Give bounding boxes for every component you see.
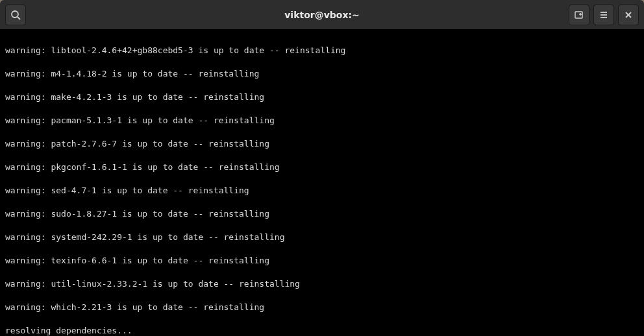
- warning-line: warning: make-4.2.1-3 is up to date -- r…: [5, 91, 639, 103]
- terminal-body[interactable]: warning: libtool-2.4.6+42+gb88cebd5-3 is…: [0, 29, 644, 336]
- warning-line: warning: sudo-1.8.27-1 is up to date -- …: [5, 208, 639, 220]
- warning-line: warning: sed-4.7-1 is up to date -- rein…: [5, 185, 639, 197]
- search-icon: [10, 10, 21, 20]
- titlebar-right-controls: [569, 5, 639, 25]
- window-title: viktor@vbox:~: [284, 10, 360, 20]
- warning-line: warning: patch-2.7.6-7 is up to date -- …: [5, 138, 639, 150]
- warning-line: warning: m4-1.4.18-2 is up to date -- re…: [5, 68, 639, 80]
- terminal-window: viktor@vbox:~: [0, 0, 644, 336]
- svg-rect-2: [575, 12, 582, 18]
- warning-line: warning: libtool-2.4.6+42+gb88cebd5-3 is…: [5, 45, 639, 56]
- hamburger-icon: [599, 10, 609, 20]
- close-icon: [623, 10, 634, 20]
- new-tab-button[interactable]: [569, 5, 589, 25]
- search-button[interactable]: [5, 5, 26, 25]
- warning-line: warning: pacman-5.1.3-1 is up to date --…: [5, 115, 639, 126]
- warning-line: warning: util-linux-2.33.2-1 is up to da…: [5, 278, 639, 290]
- titlebar-left-controls: [5, 5, 26, 25]
- menu-button[interactable]: [593, 5, 614, 25]
- new-tab-icon: [574, 10, 584, 20]
- titlebar: viktor@vbox:~: [0, 0, 644, 29]
- svg-point-0: [12, 11, 18, 18]
- close-button[interactable]: [618, 5, 639, 25]
- warning-line: warning: which-2.21-3 is up to date -- r…: [5, 302, 639, 313]
- warning-line: warning: systemd-242.29-1 is up to date …: [5, 232, 639, 243]
- resolving-deps: resolving dependencies...: [5, 325, 639, 336]
- warning-line: warning: pkgconf-1.6.1-1 is up to date -…: [5, 162, 639, 173]
- warning-line: warning: texinfo-6.6-1 is up to date -- …: [5, 255, 639, 267]
- svg-line-1: [18, 17, 20, 19]
